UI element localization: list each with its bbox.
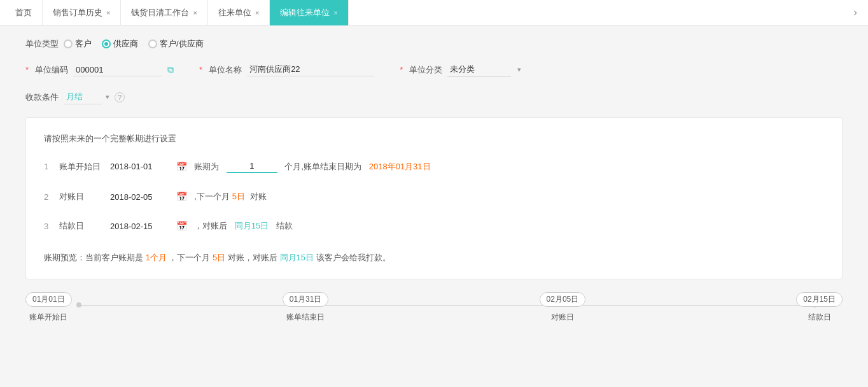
desc-prefix-2: ,下一个月: [194, 191, 230, 202]
chevron-right-icon: ›: [853, 6, 857, 19]
unit-name-label: 单位名称: [209, 64, 242, 76]
setting-date-2: 2018-02-05: [110, 192, 174, 202]
tab-cash-work[interactable]: 钱货日清工作台 ×: [121, 0, 207, 25]
setting-date-3: 2018-02-15: [110, 222, 174, 231]
help-icon[interactable]: ?: [115, 92, 125, 102]
radio-customer-label: 客户: [75, 38, 92, 50]
radio-customer-circle: [64, 39, 73, 48]
radio-customer[interactable]: 客户: [64, 38, 92, 50]
timeline-label-3: 结款日: [808, 312, 831, 323]
unit-code-input[interactable]: [73, 64, 162, 76]
tab-partner[interactable]: 往来单位 ×: [208, 0, 270, 25]
desc-suffix-1: 个月,账单结束日期为: [284, 161, 361, 172]
radio-both[interactable]: 客户/供应商: [148, 38, 204, 50]
radio-both-circle: [148, 39, 157, 48]
period-input[interactable]: [227, 160, 277, 173]
payment-field: 收款条件 月结 ▾ ?: [25, 90, 125, 104]
card-title: 请按照未来的一个完整帐期进行设置: [44, 133, 824, 144]
radio-supplier[interactable]: 供应商: [102, 38, 138, 50]
tab-sales-history-close[interactable]: ×: [106, 9, 110, 17]
page-content: 单位类型 客户 供应商 客户/供应商 * 单位编码: [0, 25, 868, 348]
unit-type-field: 单位类型 客户 供应商 客户/供应商: [25, 38, 204, 50]
setting-row-2: 2 对账日 2018-02-05 📅 ,下一个月 5日 对账: [44, 191, 824, 202]
desc-highlight-1: 2018年01月31日: [369, 161, 431, 172]
category-select-arrow: ▾: [517, 66, 521, 74]
timeline-nodes: 01月01日 账单开始日 01月31日 账单结束日 02月05日 对账日 02月…: [25, 292, 843, 323]
unit-name-input[interactable]: [247, 64, 374, 76]
setting-desc-2: ,下一个月 5日 对账: [187, 191, 824, 202]
name-required-star: *: [199, 65, 202, 74]
desc-suffix-3: 结款: [276, 220, 293, 232]
unit-category-label: 单位分类: [409, 64, 442, 76]
setting-num-3: 3: [44, 222, 59, 231]
calendar-icon-3[interactable]: 📅: [176, 221, 187, 231]
preview-months: 1个月: [146, 253, 167, 262]
setting-label-3: 结款日: [59, 220, 110, 232]
preview-text: 账期预览：当前客户账期是 1个月 ，下一个月 5日 对账，对账后 同月15日 该…: [44, 242, 824, 264]
tab-partner-close[interactable]: ×: [255, 9, 259, 17]
timeline-badge-1: 01月31日: [283, 292, 329, 307]
setting-date-1: 2018-01-01: [110, 162, 174, 171]
desc-prefix-1: 账期为: [194, 161, 219, 172]
payment-dropdown-arrow[interactable]: ▾: [106, 93, 109, 101]
payment-label: 收款条件: [25, 92, 59, 103]
timeline-section: 01月01日 账单开始日 01月31日 账单结束日 02月05日 对账日 02月…: [25, 279, 843, 335]
tab-edit-partner[interactable]: 编辑往来单位 ×: [270, 0, 348, 25]
timeline-label-1: 账单结束日: [286, 312, 325, 323]
unit-name-field: * 单位名称: [199, 64, 374, 76]
setting-label-2: 对账日: [59, 191, 110, 202]
radio-supplier-circle: [102, 39, 111, 48]
code-name-category-row: * 单位编码 ⧉ * 单位名称 * 单位分类 未分类 ▾: [25, 62, 843, 77]
desc-prefix-3: ，对账后: [194, 220, 227, 232]
tab-sales-history-label: 销售订单历史: [53, 7, 102, 18]
preview-mid2: 对账，对账后: [228, 253, 280, 262]
calendar-icon-1[interactable]: 📅: [176, 162, 187, 172]
tabs-bar: 首页 销售订单历史 × 钱货日清工作台 × 往来单位 × 编辑往来单位 × ›: [0, 0, 868, 25]
desc-highlight-2: 5日: [232, 191, 245, 202]
timeline-label-0: 账单开始日: [29, 312, 67, 323]
timeline-node-2: 02月05日 对账日: [540, 292, 586, 323]
unit-type-row: 单位类型 客户 供应商 客户/供应商: [25, 38, 843, 50]
calendar-icon-2[interactable]: 📅: [176, 192, 187, 202]
radio-both-label: 客户/供应商: [160, 38, 204, 50]
tab-edit-partner-close[interactable]: ×: [333, 9, 337, 17]
tab-home[interactable]: 首页: [5, 0, 43, 25]
setting-row-1: 1 账单开始日 2018-01-01 📅 账期为 个月,账单结束日期为 2018…: [44, 160, 824, 173]
desc-suffix-2: 对账: [248, 191, 267, 202]
category-required-star: *: [400, 65, 403, 74]
timeline-badge-2: 02月05日: [540, 292, 586, 307]
tab-sales-history[interactable]: 销售订单历史 ×: [43, 0, 121, 25]
tab-partner-label: 往来单位: [218, 7, 251, 18]
tab-cash-work-label: 钱货日清工作台: [131, 7, 189, 18]
timeline-node-3: 02月15日 结款日: [796, 292, 843, 323]
setting-row-3: 3 结款日 2018-02-15 📅 ，对账后 同月15日 结款: [44, 220, 824, 232]
code-required-star: *: [25, 65, 29, 74]
payment-dropdown[interactable]: 月结 ▾: [64, 90, 109, 104]
setting-label-1: 账单开始日: [59, 161, 110, 172]
tab-edit-partner-label: 编辑往来单位: [280, 7, 330, 18]
preview-day1: 5日: [213, 253, 225, 262]
tab-home-label: 首页: [15, 7, 32, 18]
payment-value: 月结: [64, 90, 102, 104]
radio-supplier-label: 供应商: [113, 38, 138, 50]
unit-code-field: * 单位编码 ⧉: [25, 64, 174, 76]
desc-highlight-3: 同月15日: [235, 220, 269, 232]
timeline-badge-3: 02月15日: [796, 292, 843, 307]
tabs-expand-button[interactable]: ›: [848, 0, 863, 25]
setting-num-2: 2: [44, 192, 59, 202]
preview-mid1: ，下一个月: [169, 253, 210, 262]
tab-cash-work-close[interactable]: ×: [193, 9, 197, 17]
preview-day2: 同月15日: [280, 253, 314, 262]
timeline-node-0: 01月01日 账单开始日: [25, 292, 72, 323]
setting-num-1: 1: [44, 162, 59, 171]
timeline-node-1: 01月31日 账单结束日: [283, 292, 329, 323]
category-select-value: 未分类: [447, 62, 511, 77]
setting-desc-1: 账期为 个月,账单结束日期为 2018年01月31日: [187, 160, 824, 173]
copy-icon[interactable]: ⧉: [167, 64, 174, 75]
timeline-badge-0: 01月01日: [25, 292, 72, 307]
setting-desc-3: ，对账后 同月15日 结款: [187, 220, 824, 232]
category-select[interactable]: 未分类 ▾: [447, 62, 524, 77]
payment-row: 收款条件 月结 ▾ ?: [25, 90, 843, 104]
radio-group-unit-type: 客户 供应商 客户/供应商: [64, 38, 204, 50]
preview-suffix: 该客户会给我打款。: [316, 253, 391, 262]
